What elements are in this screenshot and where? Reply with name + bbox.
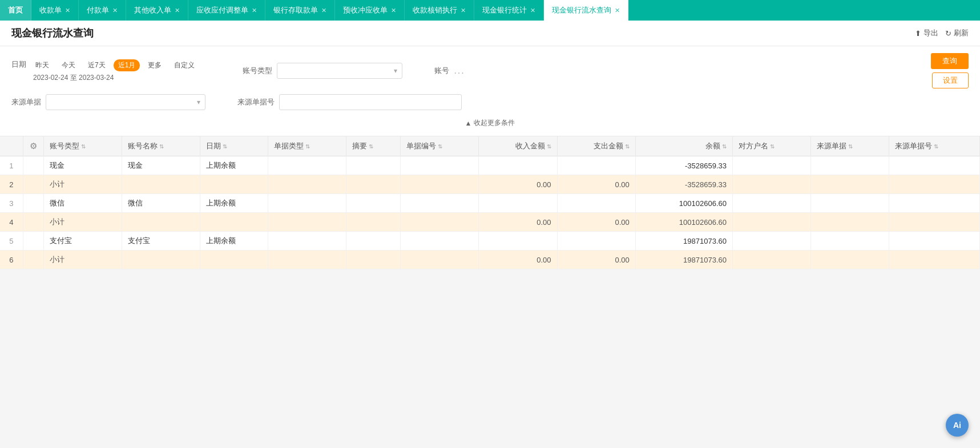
row-settings-cell <box>23 232 43 251</box>
tab-close-icon[interactable]: ✕ <box>615 7 620 14</box>
cell-account_type: 微信 <box>43 194 122 213</box>
settings-button[interactable]: 设置 <box>932 72 969 88</box>
cell-balance: -3528659.33 <box>635 175 732 194</box>
cell-date: 上期余额 <box>200 194 268 213</box>
tab-close-icon[interactable]: ✕ <box>391 7 396 14</box>
cell-doc_no <box>401 175 479 194</box>
filter-row-2: 来源单据 ▾ 来源单据号 <box>11 94 969 110</box>
nav-tab-付款单[interactable]: 付款单✕ <box>79 0 126 21</box>
cell-counterpart <box>732 175 810 194</box>
source-doc-label: 来源单据 <box>11 97 41 107</box>
collapse-bar[interactable]: ▲ 收起更多条件 <box>11 116 969 131</box>
cell-source_doc <box>811 251 889 269</box>
cell-account_type: 现金 <box>43 156 122 175</box>
source-doc-no-label: 来源单据号 <box>237 97 275 107</box>
table-row: 6小计0.000.0019871073.60 <box>0 251 980 269</box>
account-dots[interactable]: ... <box>454 66 465 76</box>
tab-close-icon[interactable]: ✕ <box>461 7 466 14</box>
col-header-counterpart[interactable]: 对方户名⇅ <box>732 136 810 156</box>
sort-icon: ⇅ <box>625 143 630 150</box>
nav-tab-银行存取款单[interactable]: 银行存取款单✕ <box>265 0 335 21</box>
col-header-source_doc[interactable]: 来源单据⇅ <box>811 136 889 156</box>
sort-icon: ⇅ <box>770 143 775 150</box>
cell-summary <box>346 232 401 251</box>
main-table: ⚙账号类型⇅账号名称⇅日期⇅单据类型⇅摘要⇅单据编号⇅收入金额⇅支出金额⇅余额⇅… <box>0 136 980 269</box>
cell-doc_no <box>401 213 479 232</box>
cell-doc_type <box>268 175 346 194</box>
tab-close-icon[interactable]: ✕ <box>112 7 118 14</box>
table-settings-icon[interactable]: ⚙ <box>30 141 37 151</box>
table-row: 4小计0.000.00100102606.60 <box>0 213 980 232</box>
cell-doc_no <box>401 232 479 251</box>
tab-close-icon[interactable]: ✕ <box>321 7 326 14</box>
date-btn-近1月[interactable]: 近1月 <box>114 59 140 71</box>
top-nav: 首页 收款单✕付款单✕其他收入单✕应收应付调整单✕银行存取款单✕预收冲应收单✕收… <box>0 0 980 21</box>
table-container: ⚙账号类型⇅账号名称⇅日期⇅单据类型⇅摘要⇅单据编号⇅收入金额⇅支出金额⇅余额⇅… <box>0 136 980 269</box>
sort-icon: ⇅ <box>81 143 86 150</box>
col-header-doc_no[interactable]: 单据编号⇅ <box>401 136 479 156</box>
nav-tab-其他收入单[interactable]: 其他收入单✕ <box>126 0 188 21</box>
source-doc-no-input[interactable] <box>279 94 462 110</box>
nav-tab-收款单[interactable]: 收款单✕ <box>31 0 79 21</box>
col-header-date[interactable]: 日期⇅ <box>200 136 268 156</box>
account-type-arrow-icon: ▾ <box>394 67 397 75</box>
nav-tab-收款核销执行[interactable]: 收款核销执行✕ <box>405 0 474 21</box>
row-num-cell: 6 <box>0 251 23 269</box>
cell-account_name: 现金 <box>122 156 200 175</box>
col-header-income[interactable]: 收入金额⇅ <box>479 136 557 156</box>
account-type-select[interactable]: ▾ <box>277 63 402 79</box>
cell-source_doc_no <box>889 232 980 251</box>
refresh-button[interactable]: ↻ 刷新 <box>945 28 969 38</box>
sort-icon: ⇅ <box>848 143 853 150</box>
date-btn-今天[interactable]: 今天 <box>57 59 80 71</box>
collapse-up-icon: ▲ <box>465 119 472 127</box>
tab-close-icon[interactable]: ✕ <box>175 7 180 14</box>
col-header-expense[interactable]: 支出金额⇅ <box>557 136 635 156</box>
cell-source_doc_no <box>889 213 980 232</box>
cell-balance: 19871073.60 <box>635 232 732 251</box>
cell-source_doc <box>811 194 889 213</box>
cell-balance: 100102606.60 <box>635 213 732 232</box>
date-btn-更多[interactable]: 更多 <box>143 59 166 71</box>
row-settings-cell <box>23 194 43 213</box>
date-btn-自定义[interactable]: 自定义 <box>170 59 199 71</box>
col-header-account_type[interactable]: 账号类型⇅ <box>43 136 122 156</box>
nav-tab-应收应付调整单[interactable]: 应收应付调整单✕ <box>188 0 265 21</box>
date-btn-昨天[interactable]: 昨天 <box>31 59 54 71</box>
header-actions: ⬆ 导出 ↻ 刷新 <box>915 28 969 38</box>
cell-counterpart <box>732 232 810 251</box>
cell-balance: 19871073.60 <box>635 251 732 269</box>
nav-tab-现金银行统计[interactable]: 现金银行统计✕ <box>474 0 544 21</box>
cell-doc_no <box>401 194 479 213</box>
col-num-header <box>0 136 23 156</box>
page-header: 现金银行流水查询 ⬆ 导出 ↻ 刷新 <box>0 21 980 46</box>
col-header-source_doc_no[interactable]: 来源单据号⇅ <box>889 136 980 156</box>
cell-date <box>200 251 268 269</box>
table-row: 3微信微信上期余额100102606.60 <box>0 194 980 213</box>
cell-date <box>200 175 268 194</box>
cell-balance: 100102606.60 <box>635 194 732 213</box>
date-btn-近7天[interactable]: 近7天 <box>83 59 110 71</box>
account-type-label: 账号类型 <box>243 66 272 76</box>
cell-source_doc_no <box>889 251 980 269</box>
col-header-doc_type[interactable]: 单据类型⇅ <box>268 136 346 156</box>
tab-close-icon[interactable]: ✕ <box>530 7 535 14</box>
date-shortcuts: 昨天今天近7天近1月更多自定义 <box>31 59 199 71</box>
nav-tab-现金银行流水查询[interactable]: 现金银行流水查询✕ <box>544 0 628 21</box>
row-settings-cell <box>23 175 43 194</box>
query-button[interactable]: 查询 <box>931 53 969 69</box>
col-header-account_name[interactable]: 账号名称⇅ <box>122 136 200 156</box>
cell-source_doc <box>811 232 889 251</box>
cell-expense: 0.00 <box>557 175 635 194</box>
filter-row-1: 日期 昨天今天近7天近1月更多自定义 2023-02-24 至 2023-03-… <box>11 53 969 88</box>
export-button[interactable]: ⬆ 导出 <box>915 28 938 38</box>
nav-home[interactable]: 首页 <box>0 0 31 21</box>
cell-doc_no <box>401 156 479 175</box>
nav-tab-预收冲应收单[interactable]: 预收冲应收单✕ <box>335 0 405 21</box>
col-header-balance[interactable]: 余额⇅ <box>635 136 732 156</box>
tab-close-icon[interactable]: ✕ <box>252 7 257 14</box>
tab-close-icon[interactable]: ✕ <box>65 7 70 14</box>
source-doc-select[interactable]: ▾ <box>46 94 205 110</box>
cell-summary <box>346 251 401 269</box>
col-header-summary[interactable]: 摘要⇅ <box>346 136 401 156</box>
